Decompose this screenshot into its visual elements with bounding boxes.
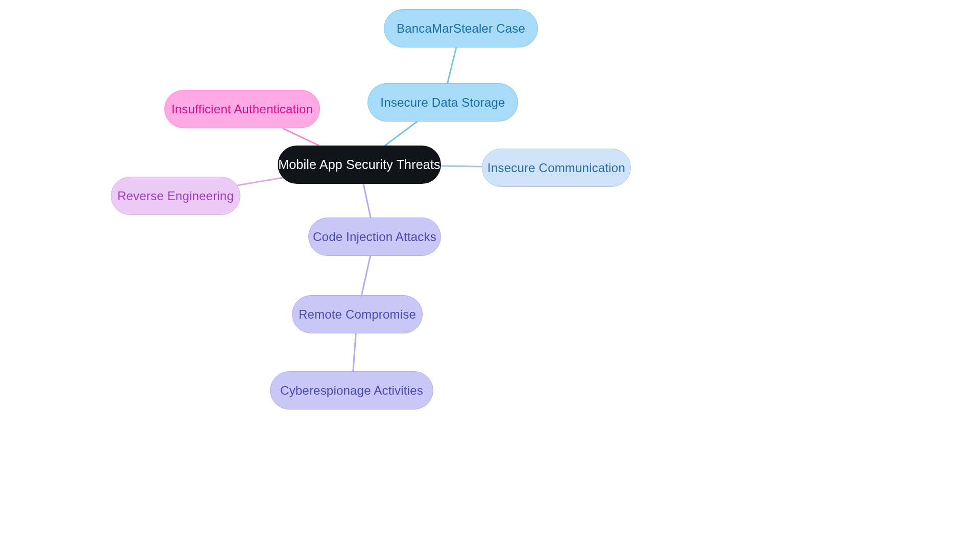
node-label: Insecure Data Storage xyxy=(380,95,505,110)
node-remote-compromise[interactable]: Remote Compromise xyxy=(292,295,423,333)
node-insecure-data-storage[interactable]: Insecure Data Storage xyxy=(368,83,518,122)
node-label: Insufficient Authentication xyxy=(172,102,313,116)
node-label: Code Injection Attacks xyxy=(313,230,436,244)
node-center[interactable]: Mobile App Security Threats xyxy=(278,146,441,184)
node-label: Insecure Communication xyxy=(487,161,625,175)
edge xyxy=(385,122,417,146)
node-insecure-communication[interactable]: Insecure Communication xyxy=(482,149,631,187)
diagram-canvas: Mobile App Security Threats Insecure Dat… xyxy=(0,0,980,553)
edge xyxy=(441,166,481,166)
node-label: Reverse Engineering xyxy=(117,189,234,203)
edge xyxy=(237,178,282,185)
node-label: Remote Compromise xyxy=(299,307,416,322)
node-cyberespionage-activities[interactable]: Cyberespionage Activities xyxy=(270,371,433,410)
node-reverse-engineering[interactable]: Reverse Engineering xyxy=(111,177,240,215)
node-insufficient-authentication[interactable]: Insufficient Authentication xyxy=(164,90,320,128)
edge xyxy=(283,129,319,146)
node-code-injection-attacks[interactable]: Code Injection Attacks xyxy=(308,218,441,256)
node-bancamarstealer-case[interactable]: BancaMarStealer Case xyxy=(384,9,538,47)
edge xyxy=(363,184,371,218)
edge xyxy=(353,334,356,371)
node-label: BancaMarStealer Case xyxy=(397,21,525,36)
node-label: Cyberespionage Activities xyxy=(280,383,423,398)
node-label: Mobile App Security Threats xyxy=(278,157,440,172)
edge xyxy=(448,48,456,83)
edge xyxy=(362,256,371,295)
